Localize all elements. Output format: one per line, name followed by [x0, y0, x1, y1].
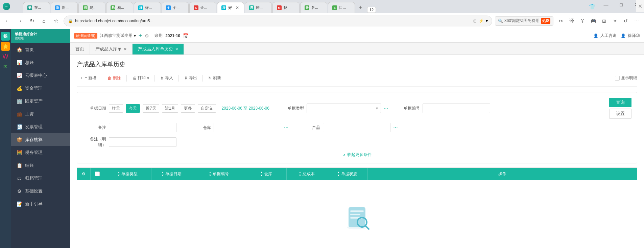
browser-tab-2[interactable]: 新新...: [51, 2, 78, 13]
new-button[interactable]: ＋ + 新增: [77, 74, 99, 82]
maximize-button[interactable]: □: [614, 0, 629, 9]
sidebar-item-基础设置[interactable]: ⚙基础设置: [11, 185, 70, 198]
show-cols-checkbox[interactable]: [615, 76, 620, 81]
warehouse-dots[interactable]: ···: [281, 125, 291, 131]
th-type[interactable]: ▲ ▼ 单据类型: [104, 168, 151, 180]
th-checkbox[interactable]: [91, 168, 104, 180]
date-btn-more[interactable]: 更多: [181, 104, 195, 113]
sidebar-item-发票管理[interactable]: 🧾发票管理: [11, 120, 70, 133]
date-btn-1month[interactable]: 近1月: [162, 104, 178, 113]
more-icon[interactable]: ⋯: [632, 16, 641, 26]
forward-button[interactable]: →: [15, 16, 24, 26]
warehouse-select[interactable]: [214, 123, 281, 132]
th-date[interactable]: ▲ ▼ 单据日期: [151, 168, 192, 180]
tab-count-badge[interactable]: 12: [367, 7, 376, 13]
th-status[interactable]: ▲ ▼ 单据状态: [327, 168, 368, 180]
gamepad-icon[interactable]: 🎮: [589, 16, 598, 26]
tab-bill-history[interactable]: 产成品入库单历史 ✕: [133, 44, 184, 54]
undo-icon[interactable]: ↺: [621, 16, 630, 26]
browser-tab-9[interactable]: 腾腾...: [245, 2, 272, 13]
calendar-icon[interactable]: 📅: [183, 33, 189, 39]
date-btn-7days[interactable]: 近7天: [143, 104, 159, 113]
tab-bill-history-close[interactable]: ✕: [175, 47, 178, 51]
product-dots[interactable]: ···: [390, 125, 400, 131]
date-btn-yesterday[interactable]: 昨天: [109, 104, 123, 113]
company-selector[interactable]: 江西腺宝测试专用 ▾: [100, 33, 136, 39]
sidebar-item-税务管理[interactable]: 🧮税务管理: [11, 146, 70, 159]
refresh-button[interactable]: ↻ 刷新: [206, 74, 224, 82]
browser-tab-6[interactable]: 个个...: [162, 2, 189, 13]
type-filter-select[interactable]: ▾: [307, 104, 381, 113]
refresh-button[interactable]: ↻: [27, 16, 37, 26]
sidebar-item-结账[interactable]: 📋结账: [11, 159, 70, 172]
date-btn-custom[interactable]: 自定义: [198, 104, 216, 113]
empty-illustration: [340, 200, 374, 241]
tab-bill-list-label: 产成品入库单: [95, 46, 122, 52]
sidebar-item-新手引导[interactable]: 📝新手引导: [11, 198, 70, 210]
tab-bill-list-close[interactable]: ✕: [124, 47, 127, 51]
bookmark-button[interactable]: ☆: [51, 16, 61, 26]
dock-icon-star[interactable]: ⭐: [1, 42, 10, 51]
type-filter-dots[interactable]: ···: [381, 105, 391, 111]
chevron-down-icon[interactable]: ▾: [486, 19, 488, 23]
sidebar-item-归档管理[interactable]: 🗂归档管理: [11, 172, 70, 185]
company-name: 江西腺宝测试专用: [100, 33, 133, 39]
export-button[interactable]: ⬇ 导出: [182, 74, 200, 82]
scissors-icon[interactable]: ✂: [556, 16, 566, 26]
icon-dock: 畅 ⭐ W ✉: [0, 29, 11, 248]
browser-tab-4[interactable]: 易易...: [106, 2, 133, 13]
browser-tab-10[interactable]: M畅...: [272, 2, 300, 13]
new-tab-button[interactable]: +: [355, 2, 366, 13]
dock-icon-weibo[interactable]: W: [1, 52, 10, 61]
yen-icon[interactable]: ¥: [578, 16, 587, 26]
browser-tab-7[interactable]: C企...: [189, 2, 216, 13]
grid-view-icon[interactable]: ⊞: [599, 16, 609, 26]
sidebar-item-云报表中心[interactable]: 📈云报表中心: [11, 69, 70, 82]
th-settings[interactable]: ⚙: [77, 168, 91, 180]
user-profile[interactable]: 👤 徐泽华: [621, 33, 640, 39]
sidebar-item-首页[interactable]: 🏠首页: [11, 43, 70, 56]
minimize-button[interactable]: —: [598, 0, 614, 9]
th-warehouse[interactable]: ▲ ▼ 仓库: [246, 168, 287, 180]
sidebar-item-总账[interactable]: 📊总账: [11, 56, 70, 69]
collapse-button[interactable]: ∧ 收起更多条件: [343, 152, 372, 158]
select-all-checkbox[interactable]: [95, 172, 100, 176]
delete-button[interactable]: 🗑 删除: [105, 74, 124, 82]
search-box[interactable]: 🔍 360智能抠图免费用 热搜: [495, 16, 553, 26]
sun-icon[interactable]: ☀: [610, 16, 620, 26]
date-btn-today[interactable]: 今天: [126, 104, 140, 113]
translate-icon[interactable]: 译: [567, 16, 576, 26]
ai-consult-button[interactable]: 👤 人工咨询: [593, 33, 617, 39]
browser-tab-11[interactable]: 各各...: [300, 2, 327, 13]
sidebar-item-资金管理[interactable]: 💰资金管理: [11, 82, 70, 95]
shirt-icon[interactable]: 👕: [586, 0, 598, 13]
bill-no-label: 单据编号: [396, 106, 420, 111]
detail-remark-input[interactable]: [109, 137, 176, 147]
header-settings-button[interactable]: ⚙: [145, 33, 149, 39]
dock-logo[interactable]: 畅: [1, 32, 10, 41]
home-button[interactable]: ⌂: [39, 16, 49, 26]
bill-no-input[interactable]: [423, 104, 490, 113]
dock-icon-mail[interactable]: ✉: [1, 62, 10, 71]
add-company-button[interactable]: +: [139, 32, 142, 39]
back-button[interactable]: ←: [3, 16, 12, 26]
sidebar-item-工资[interactable]: 💼工资: [11, 108, 70, 120]
th-no[interactable]: ▲ ▼ 单据编号: [192, 168, 246, 180]
browser-tab-8[interactable]: 好好✕: [217, 2, 244, 13]
product-select[interactable]: [323, 123, 390, 132]
print-button[interactable]: 🖨 打印 ▾: [129, 74, 152, 82]
remark-input[interactable]: [109, 123, 176, 132]
query-button[interactable]: 查询: [609, 98, 631, 107]
tab-close-8[interactable]: ✕: [235, 5, 240, 11]
sidebar-item-固定资产[interactable]: 🏢固定资产: [11, 95, 70, 108]
browser-tab-12[interactable]: S目...: [328, 2, 355, 13]
import-button[interactable]: ⬆ 导入: [158, 74, 176, 82]
browser-tab-3[interactable]: 易易...: [78, 2, 105, 13]
browser-tab-1[interactable]: 畅在...: [23, 2, 50, 13]
tab-home[interactable]: 首页: [70, 44, 90, 54]
browser-tab-5[interactable]: 好好...: [134, 2, 161, 13]
th-cost[interactable]: ▲ ▼ 总成本: [287, 168, 327, 180]
sidebar-item-库存核算[interactable]: 📦库存核算: [11, 133, 70, 146]
settings-set-button[interactable]: 设置: [609, 109, 631, 119]
tab-bill-list[interactable]: 产成品入库单 ✕: [90, 44, 133, 54]
